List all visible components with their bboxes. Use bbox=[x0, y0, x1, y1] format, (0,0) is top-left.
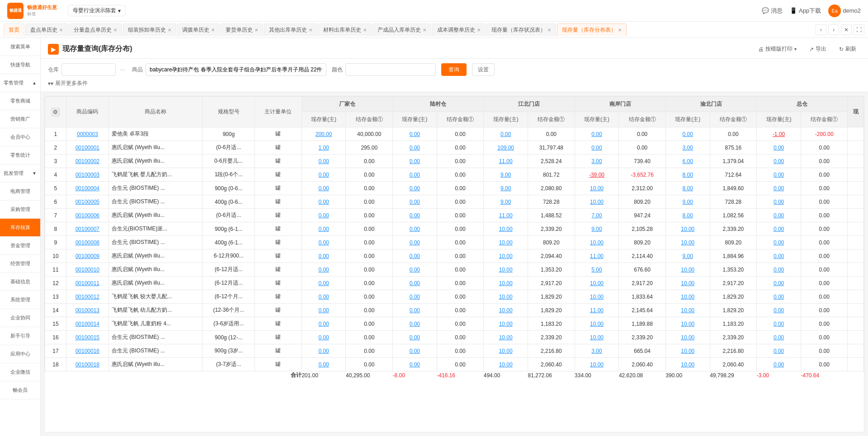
cell-nangan-present[interactable]: 11.00 bbox=[575, 249, 619, 263]
export-btn[interactable]: ↗ 导出 bbox=[805, 43, 831, 55]
cell-lucun-present[interactable]: 0.00 bbox=[392, 331, 437, 344]
sidebar-item-system[interactable]: 系统管理 bbox=[0, 291, 40, 309]
cell-zong-present[interactable]: 0.00 bbox=[757, 195, 801, 209]
sidebar-item-inventory[interactable]: 库存核算 bbox=[0, 219, 40, 237]
cell-changjia-present[interactable]: 0.00 bbox=[302, 155, 346, 168]
cell-nangan-present[interactable]: 3.00 bbox=[575, 155, 619, 168]
cell-nangan-present[interactable]: 10.00 bbox=[575, 317, 619, 331]
cell-nangan-present[interactable]: 10.00 bbox=[575, 182, 619, 195]
cell-code[interactable]: 00100018 bbox=[66, 358, 108, 371]
cell-nangan-present[interactable]: 0.00 bbox=[575, 127, 619, 141]
cell-jiangbei-present[interactable]: 11.00 bbox=[484, 209, 528, 222]
cell-jiangbei-present[interactable]: 10.00 bbox=[484, 331, 528, 344]
cell-jiangbei-present[interactable]: 10.00 bbox=[484, 277, 528, 290]
tab-next-btn[interactable]: › bbox=[828, 24, 839, 35]
tab-chengbentj[interactable]: 成本调整单历史 ✕ bbox=[432, 23, 486, 36]
settings-icon[interactable]: ⚙ bbox=[51, 108, 60, 117]
cell-code[interactable]: 00100004 bbox=[66, 182, 108, 195]
cell-yubei-present[interactable]: 10.00 bbox=[665, 317, 710, 331]
cell-code[interactable]: 00100005 bbox=[66, 195, 108, 209]
cell-zong-present[interactable]: 0.00 bbox=[757, 155, 801, 168]
sidebar-item-finance[interactable]: 资金管理 bbox=[0, 237, 40, 255]
cell-zong-present[interactable]: 0.00 bbox=[757, 249, 801, 263]
cell-lucun-present[interactable]: 0.00 bbox=[392, 209, 437, 222]
cell-lucun-present[interactable]: 0.00 bbox=[392, 155, 437, 168]
cell-zong-present[interactable]: -1.00 bbox=[757, 127, 801, 141]
cell-code[interactable]: 00100009 bbox=[66, 249, 108, 263]
cell-lucun-present[interactable]: 0.00 bbox=[392, 236, 437, 249]
search-btn[interactable]: 查询 bbox=[441, 63, 467, 76]
cell-zong-present[interactable]: 0.00 bbox=[757, 290, 801, 304]
cell-zong-present[interactable]: 0.00 bbox=[757, 168, 801, 182]
company-selector[interactable]: 母婴行业演示陈套 ▾ bbox=[68, 5, 126, 16]
cell-nangan-present[interactable]: 5.00 bbox=[575, 263, 619, 277]
cell-jiangbei-present[interactable]: 10.00 bbox=[484, 304, 528, 317]
cell-zong-present[interactable]: 0.00 bbox=[757, 358, 801, 371]
cell-lucun-present[interactable]: 0.00 bbox=[392, 127, 437, 141]
cell-lucun-present[interactable]: 0.00 bbox=[392, 195, 437, 209]
sidebar-item-retail-mgmt[interactable]: 零售管理 ▲ bbox=[0, 74, 40, 92]
cell-lucun-present[interactable]: 0.00 bbox=[392, 168, 437, 182]
cell-yubei-present[interactable]: 10.00 bbox=[665, 236, 710, 249]
cell-lucun-present[interactable]: 0.00 bbox=[392, 317, 437, 331]
close-icon[interactable]: ✕ bbox=[547, 28, 551, 33]
sidebar-item-purchase[interactable]: 采购管理 bbox=[0, 201, 40, 219]
cell-jiangbei-present[interactable]: 10.00 bbox=[484, 249, 528, 263]
cell-changjia-present[interactable]: 0.00 bbox=[302, 182, 346, 195]
cell-lucun-present[interactable]: 0.00 bbox=[392, 277, 437, 290]
cell-changjia-present[interactable]: 0.00 bbox=[302, 209, 346, 222]
sidebar-item-membership[interactable]: 畅会员 bbox=[0, 381, 40, 399]
cell-code[interactable]: 00100010 bbox=[66, 263, 108, 277]
cell-lucun-present[interactable]: 0.00 bbox=[392, 358, 437, 371]
cell-jiangbei-present[interactable]: 9.00 bbox=[484, 195, 528, 209]
tab-fenpandian[interactable]: 分量盘点单历史 ✕ bbox=[69, 23, 122, 36]
cell-nangan-present[interactable]: 3.00 bbox=[575, 344, 619, 358]
cell-changjia-present[interactable]: 0.00 bbox=[302, 236, 346, 249]
message-btn[interactable]: 💬 消息 bbox=[762, 7, 783, 15]
close-icon[interactable]: ✕ bbox=[363, 28, 367, 33]
cell-changjia-present[interactable]: 200.00 bbox=[302, 127, 346, 141]
cell-changjia-present[interactable]: 0.00 bbox=[302, 304, 346, 317]
expand-sidebar-btn[interactable]: ▶ bbox=[48, 44, 59, 55]
sidebar-item-ecommerce[interactable]: 电商管理 bbox=[0, 183, 40, 201]
cell-zong-present[interactable]: 0.00 bbox=[757, 277, 801, 290]
cell-yubei-present[interactable]: 10.00 bbox=[665, 344, 710, 358]
print-btn[interactable]: 🖨 按模版打印 ▾ bbox=[754, 43, 801, 55]
tab-close-all-btn[interactable]: ✕ bbox=[841, 24, 852, 35]
tab-fullscreen-btn[interactable]: ⛶ bbox=[854, 24, 864, 35]
cell-yubei-present[interactable]: 10.00 bbox=[665, 290, 710, 304]
cell-nangan-present[interactable]: 10.00 bbox=[575, 331, 619, 344]
tab-prev-btn[interactable]: ‹ bbox=[816, 24, 826, 35]
cell-code[interactable]: 00100001 bbox=[66, 141, 108, 155]
cell-zong-present[interactable]: 0.00 bbox=[757, 209, 801, 222]
cell-zong-present[interactable]: 0.00 bbox=[757, 263, 801, 277]
cell-changjia-present[interactable]: 0.00 bbox=[302, 195, 346, 209]
cell-nangan-present[interactable]: -39.00 bbox=[575, 168, 619, 182]
cell-changjia-present[interactable]: 0.00 bbox=[302, 331, 346, 344]
tab-chancheng[interactable]: 产成品入库单历史 ✕ bbox=[373, 23, 431, 36]
cell-lucun-present[interactable]: 0.00 bbox=[392, 344, 437, 358]
cell-jiangbei-present[interactable]: 9.00 bbox=[484, 182, 528, 195]
cell-changjia-present[interactable]: 0.00 bbox=[302, 249, 346, 263]
cell-code[interactable]: 00100002 bbox=[66, 155, 108, 168]
cell-zong-present[interactable]: 0.00 bbox=[757, 236, 801, 249]
cell-zong-present[interactable]: 0.00 bbox=[757, 317, 801, 331]
cell-code[interactable]: 00100011 bbox=[66, 277, 108, 290]
cell-code[interactable]: 0000003 bbox=[66, 127, 108, 141]
cell-lucun-present[interactable]: 0.00 bbox=[392, 141, 437, 155]
cell-yubei-present[interactable]: 10.00 bbox=[665, 304, 710, 317]
cell-lucun-present[interactable]: 0.00 bbox=[392, 222, 437, 236]
tab-pandian[interactable]: 盘点单历史 ✕ bbox=[25, 23, 68, 36]
sidebar-item-marketing[interactable]: 营销推广 bbox=[0, 110, 40, 128]
cell-yubei-present[interactable]: 8.00 bbox=[665, 182, 710, 195]
cell-jiangbei-present[interactable]: 11.00 bbox=[484, 155, 528, 168]
cell-code[interactable]: 00100014 bbox=[66, 317, 108, 331]
cell-zong-present[interactable]: 0.00 bbox=[757, 141, 801, 155]
cell-jiangbei-present[interactable]: 10.00 bbox=[484, 222, 528, 236]
cell-nangan-present[interactable]: 11.00 bbox=[575, 304, 619, 317]
cell-yubei-present[interactable]: 9.00 bbox=[665, 249, 710, 263]
tab-home[interactable]: 首页 bbox=[4, 23, 24, 36]
cell-yubei-present[interactable]: 8.00 bbox=[665, 168, 710, 182]
cell-yubei-present[interactable]: 10.00 bbox=[665, 358, 710, 371]
cell-yubei-present[interactable]: 3.00 bbox=[665, 141, 710, 155]
